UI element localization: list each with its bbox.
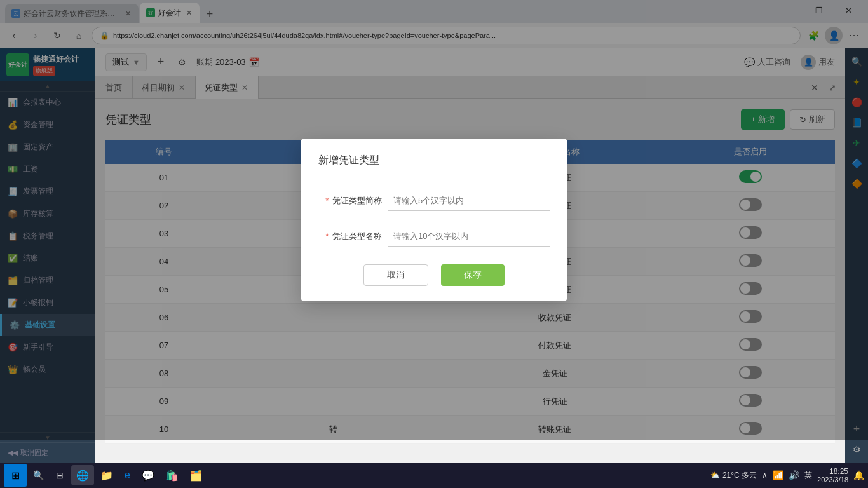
taskbar-language[interactable]: 英 — [804, 470, 812, 481]
form-row-abbr: * 凭证类型简称 — [318, 191, 550, 211]
collapse-icon: ◀◀ — [8, 449, 18, 457]
task-view-btn[interactable]: ⊟ — [50, 465, 70, 485]
save-button[interactable]: 保存 — [441, 264, 505, 286]
wechat-taskbar-btn[interactable]: 💬 — [137, 465, 159, 485]
search-taskbar-btn[interactable]: 🔍 — [28, 465, 48, 485]
clock-time: 18:25 — [817, 467, 848, 476]
weather-icon: ⛅ — [710, 471, 720, 480]
wechat-icon: 💬 — [142, 470, 154, 482]
edge-taskbar-btn[interactable]: e — [119, 465, 135, 485]
edge-icon: e — [125, 470, 130, 481]
rp-gear-btn[interactable]: ⚙ — [847, 440, 866, 459]
sidebar-footer[interactable]: ◀◀ 取消固定 — [0, 442, 95, 463]
windows-taskbar: ⊞ 🔍 ⊟ 🌐 📁 e 💬 🛍️ 🗂️ ⛅ 21°C 多云 ∧ 📶 🔊 英 18… — [0, 463, 868, 488]
start-button[interactable]: ⊞ — [4, 464, 27, 487]
taskbar-notification-btn[interactable]: 🔔 — [853, 470, 864, 480]
taskbar-weather[interactable]: ⛅ 21°C 多云 — [710, 470, 757, 481]
collapse-label: 取消固定 — [20, 448, 48, 458]
explorer-taskbar-btn[interactable]: 📁 — [95, 465, 118, 485]
name-required-star: * — [325, 231, 329, 241]
modal-dialog: 新增凭证类型 * 凭证类型简称 * 凭证类型名称 取消 保存 — [301, 139, 567, 301]
store-taskbar-btn[interactable]: 🛍️ — [161, 465, 184, 485]
taskbar-clock[interactable]: 18:25 2023/3/18 — [817, 467, 848, 484]
store-icon: 🛍️ — [166, 470, 179, 482]
modal-overlay: 新增凭证类型 * 凭证类型简称 * 凭证类型名称 取消 保存 — [0, 0, 868, 440]
taskbar-up-arrow[interactable]: ∧ — [762, 471, 768, 480]
taskbar-network-icon: 📶 — [773, 470, 783, 480]
weather-text: 21°C 多云 — [722, 470, 757, 481]
name-input[interactable] — [388, 226, 550, 247]
taskbar-right: ⛅ 21°C 多云 ∧ 📶 🔊 英 18:25 2023/3/18 🔔 — [710, 467, 864, 484]
files-icon: 🗂️ — [190, 470, 203, 482]
cancel-button[interactable]: 取消 — [363, 264, 428, 286]
chrome-taskbar-btn[interactable]: 🌐 — [71, 465, 94, 485]
modal-actions: 取消 保存 — [318, 264, 550, 286]
form-row-name: * 凭证类型名称 — [318, 226, 550, 247]
name-label: * 凭证类型名称 — [318, 231, 388, 242]
abbr-input[interactable] — [388, 191, 550, 211]
chrome-taskbar-icon: 🌐 — [76, 470, 89, 482]
taskbar-volume-icon: 🔊 — [789, 470, 799, 480]
explorer-icon: 📁 — [100, 470, 113, 482]
clock-date: 2023/3/18 — [817, 476, 848, 484]
abbr-label: * 凭证类型简称 — [318, 195, 388, 207]
modal-title: 新增凭证类型 — [318, 154, 550, 175]
abbr-required-star: * — [325, 196, 329, 205]
files-taskbar-btn[interactable]: 🗂️ — [185, 465, 208, 485]
